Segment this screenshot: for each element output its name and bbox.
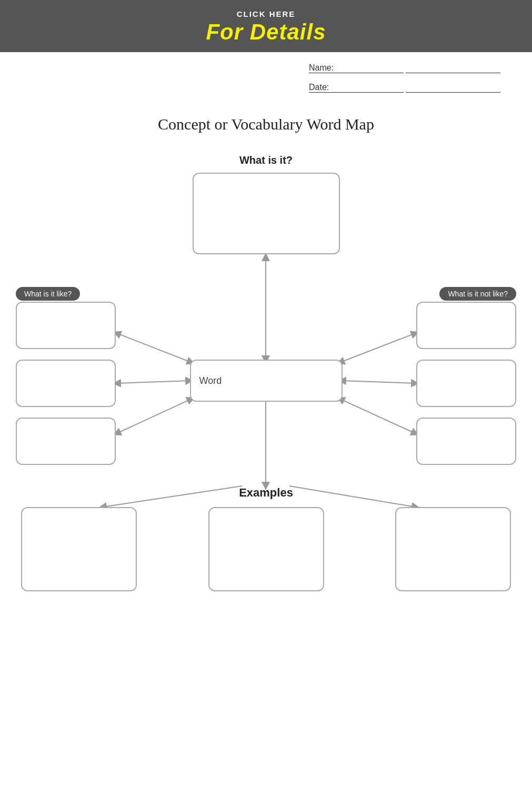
example-box-1[interactable] [21, 507, 137, 591]
word-box[interactable]: Word [190, 360, 343, 402]
svg-line-9 [342, 381, 415, 383]
what-is-it-label: What is it? [239, 154, 293, 166]
like-box-1[interactable] [16, 302, 116, 349]
date-field: Date: [307, 83, 500, 93]
not-like-box-1[interactable] [416, 302, 516, 349]
example-box-3[interactable] [395, 507, 511, 591]
svg-line-10 [340, 333, 415, 362]
what-is-it-like-label: What is it like? [16, 287, 80, 301]
what-is-it-not-like-label: What is it not like? [439, 287, 516, 301]
header-banner[interactable]: CLICK HERE For Details [0, 0, 532, 52]
svg-line-7 [117, 333, 191, 362]
fields-area: Name: Date: [307, 63, 500, 102]
not-like-box-2[interactable] [416, 360, 516, 407]
date-underline[interactable] [406, 83, 500, 93]
svg-line-14 [289, 486, 416, 507]
svg-line-13 [103, 486, 242, 507]
not-like-box-3[interactable] [416, 418, 516, 465]
for-details-label: For Details [0, 19, 532, 45]
like-box-3[interactable] [16, 418, 116, 465]
example-box-2[interactable] [208, 507, 324, 591]
date-label: Date: [309, 83, 404, 93]
name-label: Name: [309, 63, 404, 73]
svg-line-8 [117, 399, 191, 433]
like-box-2[interactable] [16, 360, 116, 407]
name-field: Name: [307, 63, 500, 73]
svg-line-6 [117, 381, 189, 383]
word-label: Word [199, 375, 222, 386]
name-underline[interactable] [406, 63, 500, 73]
svg-line-11 [340, 399, 415, 433]
examples-label: Examples [239, 486, 293, 500]
click-here-label: CLICK HERE [0, 9, 532, 18]
word-map-container: What is it? What is it like? What is it … [0, 138, 532, 744]
what-is-it-box[interactable] [193, 173, 340, 254]
page-title: Concept or Vocabulary Word Map [0, 115, 532, 133]
